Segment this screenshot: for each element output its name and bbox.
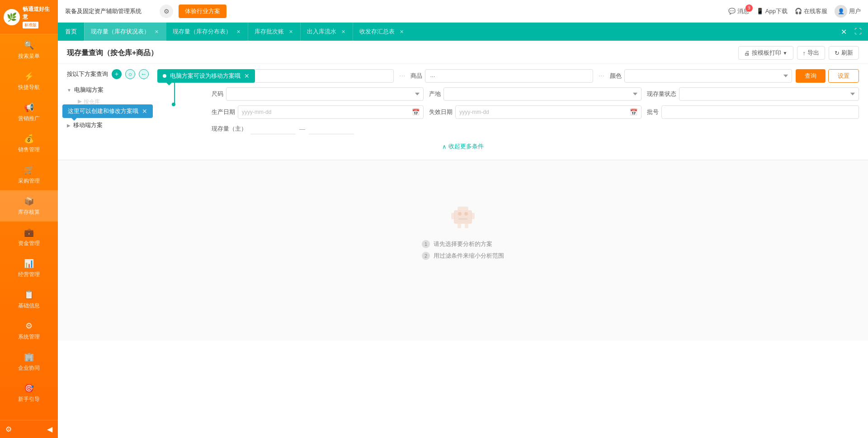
product-input[interactable] <box>425 69 593 83</box>
tooltip-plan-close[interactable]: ✕ <box>244 72 250 80</box>
sidebar-item-sales[interactable]: 💰 销售管理 <box>0 128 58 159</box>
chevron-down-icon: ▼ <box>783 51 788 56</box>
filter-label: 按以下方案查询 <box>67 70 108 78</box>
guide-icon: 🎯 <box>24 383 34 394</box>
user-btn[interactable]: 👤 用户 <box>835 5 861 18</box>
expiry-date-input[interactable]: yyyy-mm-dd 📅 <box>455 105 641 119</box>
empty-illustration <box>445 197 481 233</box>
refresh-btn[interactable]: ↻ 刷新 <box>829 46 859 60</box>
product-dots[interactable]: ··· <box>597 72 606 80</box>
tab-inventory-distribution[interactable]: 现存量（库存分布表） ✕ <box>166 23 248 41</box>
sidebar-item-quick[interactable]: ⚡ 快捷导航 <box>0 66 58 97</box>
warehouse-dots[interactable]: ··· <box>397 72 407 80</box>
search-btn[interactable]: 查询 <box>796 69 826 83</box>
export-icon: ↑ <box>803 50 806 57</box>
sidebar-item-enterprise[interactable]: 🏢 企业协同 <box>0 346 58 377</box>
inventory-range-max[interactable] <box>309 123 354 134</box>
tooltip-dot <box>163 74 166 78</box>
settings-icon[interactable]: ⚙ <box>5 425 12 433</box>
tab-inout-flow[interactable]: 出入库流水 ✕ <box>300 23 353 41</box>
origin-label: 产地 <box>429 90 441 98</box>
message-btn[interactable]: 💬 消息 9 <box>728 7 749 15</box>
svg-rect-1 <box>458 207 468 212</box>
svg-rect-8 <box>465 224 468 228</box>
tab-close-inventory-status[interactable]: ✕ <box>153 28 160 35</box>
add-plan-btn[interactable]: ＋ <box>112 69 122 79</box>
tab-close-all-btn[interactable]: ✕ <box>837 25 850 38</box>
online-support-btn[interactable]: 🎧 在线客服 <box>795 7 827 15</box>
arrow-left-btn[interactable]: ← <box>139 69 149 79</box>
tab-expand-btn[interactable]: ⛶ <box>852 25 864 38</box>
app-download-btn[interactable]: 📱 App下载 <box>756 7 788 15</box>
sidebar-item-system[interactable]: ⚙ 系统管理 <box>0 315 58 346</box>
sidebar-item-search[interactable]: 🔍 搜索菜单 <box>0 34 58 66</box>
experience-btn[interactable]: 体验行业方案 <box>179 5 226 18</box>
export-btn[interactable]: ↑ 导出 <box>797 46 826 60</box>
tab-close-batch-ledger[interactable]: ✕ <box>288 28 294 35</box>
svg-rect-0 <box>454 210 472 224</box>
topbar-right: 💬 消息 9 📱 App下载 🎧 在线客服 👤 用户 <box>728 5 861 18</box>
tab-close-inventory-distribution[interactable]: ✕ <box>235 28 241 35</box>
page-content: 现存量查询（按仓库+商品） 🖨 按模板打印 ▼ ↑ 导出 ↻ 刷新 <box>58 41 868 438</box>
sidebar-item-purchase[interactable]: 🛒 采购管理 <box>0 159 58 190</box>
topbar-gear-btn[interactable]: ⚙ <box>160 5 173 18</box>
reset-btn[interactable]: 设置 <box>828 69 859 83</box>
sidebar-item-basic[interactable]: 📋 基础信息 <box>0 284 58 315</box>
collapse-btn[interactable]: ∧ 收起更多条件 <box>442 142 484 151</box>
logo-badge: 标准版 <box>23 22 38 28</box>
system-name: 装备及固定资产辅助管理系统 <box>65 7 142 15</box>
sidebar-item-guide[interactable]: 🎯 新手引导 <box>0 377 58 409</box>
sidebar-item-operations[interactable]: 📊 经营管理 <box>0 253 58 284</box>
production-date-input[interactable]: yyyy-mm-dd 📅 <box>238 105 424 119</box>
finance-icon: 💼 <box>24 227 34 238</box>
tab-receive-summary[interactable]: 收发存汇总表 ✕ <box>353 23 411 41</box>
message-badge: 9 <box>745 5 753 12</box>
sidebar-menu: 🔍 搜索菜单 ⚡ 快捷导航 📢 营销推广 💰 销售管理 🛒 采购管理 📦 库存核… <box>0 34 58 420</box>
filter-area: 按以下方案查询 ＋ ○ ← 电脑方案可设为移动方案哦 ✕ <box>58 64 868 160</box>
color-field: 颜色 <box>610 69 792 83</box>
print-btn[interactable]: 🖨 按模板打印 ▼ <box>738 46 793 60</box>
filter-row-4: 现存量（主） — <box>212 123 859 134</box>
collapse-icon[interactable]: ◀ <box>47 425 52 433</box>
tab-home[interactable]: 首页 <box>58 23 84 41</box>
plan-mobile[interactable]: ▶ 移动端方案 <box>67 120 203 131</box>
topbar: 装备及固定资产辅助管理系统 ⚙ 体验行业方案 💬 消息 9 📱 App下载 🎧 … <box>58 0 868 23</box>
color-select[interactable] <box>624 69 792 83</box>
svg-rect-6 <box>471 213 475 219</box>
desktop-expand-icon: ▼ <box>67 88 71 93</box>
sidebar-item-marketing[interactable]: 📢 营销推广 <box>0 97 58 128</box>
batch-input[interactable] <box>661 105 859 119</box>
system-select[interactable] <box>145 8 154 14</box>
plan-tree: ▼ 电脑端方案 这里可以创建和修改方案哦 ✕ ▶ <box>67 85 203 131</box>
tab-batch-ledger[interactable]: 库存批次账 ✕ <box>248 23 300 41</box>
purchase-icon: 🛒 <box>24 165 34 175</box>
plan-panel: 按以下方案查询 ＋ ○ ← 电脑方案可设为移动方案哦 ✕ <box>67 69 203 135</box>
tooltip-create-close[interactable]: ✕ <box>142 108 147 115</box>
collapse-row: ∧ 收起更多条件 <box>67 139 859 154</box>
sidebar-item-finance[interactable]: 💼 资金管理 <box>0 221 58 253</box>
origin-select[interactable] <box>443 87 641 101</box>
operations-icon: 📊 <box>24 258 34 269</box>
tabbar-right-controls: ✕ ⛶ <box>837 25 868 38</box>
enterprise-icon: 🏢 <box>24 352 34 363</box>
batch-field: 批号 <box>647 105 859 119</box>
size-select[interactable] <box>226 87 424 101</box>
quick-icon: ⚡ <box>24 71 34 82</box>
tab-close-receive-summary[interactable]: ✕ <box>398 28 405 35</box>
circle-btn[interactable]: ○ <box>125 69 135 79</box>
phone-icon: 📱 <box>756 8 764 14</box>
inventory-range-min[interactable] <box>250 123 296 134</box>
marketing-icon: 📢 <box>24 102 34 113</box>
product-label: 商品 <box>410 72 422 80</box>
tabbar: 首页 现存量（库存状况表） ✕ 现存量（库存分布表） ✕ 库存批次账 ✕ 出入库… <box>58 23 868 41</box>
size-label: 尺码 <box>212 90 223 98</box>
tab-close-inout-flow[interactable]: ✕ <box>340 28 346 35</box>
tab-inventory-status[interactable]: 现存量（库存状况表） ✕ <box>84 23 166 41</box>
user-avatar: 👤 <box>835 5 847 18</box>
inventory-status-select[interactable] <box>679 87 859 101</box>
sidebar-item-inventory[interactable]: 📦 库存核算 <box>0 190 58 221</box>
filter-row-2: 尺码 产地 现存量状态 <box>212 87 859 101</box>
printer-icon: 🖨 <box>744 50 750 57</box>
system-selector: 装备及固定资产辅助管理系统 <box>65 7 154 15</box>
plan-desktop[interactable]: ▼ 电脑端方案 <box>67 85 203 95</box>
